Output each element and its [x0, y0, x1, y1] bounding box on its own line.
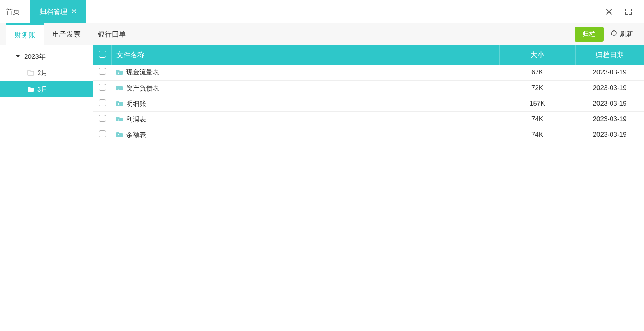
top-tab-bar: 首页 归档管理: [0, 0, 644, 23]
row-checkbox[interactable]: [99, 115, 106, 122]
top-tab-home[interactable]: 首页: [0, 0, 30, 23]
svg-rect-3: [118, 89, 119, 90]
svg-rect-0: [118, 72, 119, 73]
row-checkbox[interactable]: [99, 68, 106, 75]
sub-actions: 归档 刷新: [575, 23, 644, 45]
folder-tree: 2023年 2月3月: [0, 45, 93, 331]
main-content: 2023年 2月3月 文件名称 大小 归档日期 现金流量表67K2023-03-…: [0, 45, 644, 331]
table-row[interactable]: 明细账157K2023-03-19: [93, 96, 644, 111]
row-size: 74K: [499, 127, 575, 143]
row-size: 74K: [499, 111, 575, 127]
row-name: 余额表: [126, 130, 146, 139]
row-size: 72K: [499, 80, 575, 96]
sub-header: 财务账 电子发票 银行回单 归档 刷新: [0, 23, 644, 45]
sub-tab-bank[interactable]: 银行回单: [89, 23, 134, 45]
select-all-checkbox[interactable]: [99, 51, 106, 58]
row-name-cell: 余额表: [111, 127, 499, 143]
row-name-cell: 资产负债表: [111, 80, 499, 96]
close-icon[interactable]: [71, 8, 77, 16]
svg-rect-5: [118, 104, 119, 105]
file-table: 文件名称 大小 归档日期 现金流量表67K2023-03-19资产负债表72K2…: [93, 45, 644, 143]
table-row[interactable]: 利润表74K2023-03-19: [93, 111, 644, 127]
row-checkbox[interactable]: [99, 99, 106, 106]
top-tab-home-label: 首页: [6, 7, 20, 16]
row-name: 明细账: [126, 99, 146, 108]
top-right-controls: [601, 0, 644, 23]
row-date: 2023-03-19: [575, 80, 644, 96]
table-header-row: 文件名称 大小 归档日期: [93, 45, 644, 65]
sub-tab-finance[interactable]: 财务账: [6, 23, 44, 45]
svg-rect-7: [118, 120, 119, 121]
sub-tab-finance-label: 财务账: [14, 30, 35, 40]
svg-rect-6: [118, 119, 119, 120]
svg-rect-8: [118, 134, 119, 135]
top-tab-archive[interactable]: 归档管理: [30, 0, 86, 23]
folder-icon: [27, 86, 34, 93]
row-checkbox-cell: [93, 111, 111, 127]
folder-icon: [116, 100, 123, 107]
row-date: 2023-03-19: [575, 127, 644, 143]
top-tab-archive-label: 归档管理: [39, 7, 67, 16]
table-row[interactable]: 资产负债表72K2023-03-19: [93, 80, 644, 96]
svg-rect-9: [118, 136, 119, 136]
header-date: 归档日期: [575, 45, 644, 65]
folder-icon: [116, 85, 123, 91]
folder-icon: [116, 69, 123, 76]
row-checkbox[interactable]: [99, 130, 106, 137]
tree-month-label: 2月: [37, 69, 48, 77]
folder-icon: [116, 132, 123, 138]
row-name-cell: 明细账: [111, 96, 499, 111]
archive-button[interactable]: 归档: [575, 27, 604, 42]
row-date: 2023-03-19: [575, 65, 644, 80]
row-size: 67K: [499, 65, 575, 80]
svg-rect-1: [118, 73, 119, 74]
sub-tab-bar: 财务账 电子发票 银行回单: [0, 23, 134, 45]
header-size: 大小: [499, 45, 575, 65]
tree-year-node[interactable]: 2023年: [0, 48, 93, 65]
caret-down-icon: [16, 54, 21, 59]
row-name: 利润表: [126, 115, 146, 124]
tree-month-label: 3月: [37, 85, 48, 94]
row-checkbox-cell: [93, 96, 111, 111]
refresh-label: 刷新: [620, 30, 633, 39]
row-date: 2023-03-19: [575, 96, 644, 111]
row-name-cell: 现金流量表: [111, 65, 499, 80]
file-table-wrap: 文件名称 大小 归档日期 现金流量表67K2023-03-19资产负债表72K2…: [93, 45, 644, 331]
fullscreen-icon[interactable]: [621, 4, 636, 19]
row-checkbox-cell: [93, 65, 111, 80]
refresh-icon: [611, 30, 618, 39]
row-name-cell: 利润表: [111, 111, 499, 127]
tree-month-node[interactable]: 3月: [0, 81, 93, 97]
sub-tab-einvoice-label: 电子发票: [53, 30, 81, 39]
refresh-button[interactable]: 刷新: [611, 30, 633, 39]
tree-month-node[interactable]: 2月: [0, 65, 93, 81]
table-row[interactable]: 余额表74K2023-03-19: [93, 127, 644, 143]
row-date: 2023-03-19: [575, 111, 644, 127]
svg-rect-4: [118, 103, 119, 104]
header-name: 文件名称: [111, 45, 499, 65]
row-checkbox-cell: [93, 80, 111, 96]
row-checkbox[interactable]: [99, 84, 106, 91]
row-name: 资产负债表: [126, 84, 159, 93]
header-checkbox-cell: [93, 45, 111, 65]
row-size: 157K: [499, 96, 575, 111]
tree-year-label: 2023年: [24, 52, 46, 61]
table-row[interactable]: 现金流量表67K2023-03-19: [93, 65, 644, 80]
sub-tab-einvoice[interactable]: 电子发票: [44, 23, 89, 45]
row-checkbox-cell: [93, 127, 111, 143]
row-name: 现金流量表: [126, 68, 159, 77]
folder-icon: [27, 69, 34, 76]
svg-rect-2: [118, 88, 119, 88]
sub-tab-bank-label: 银行回单: [98, 30, 126, 39]
window-close-icon[interactable]: [601, 4, 617, 19]
folder-icon: [116, 116, 123, 122]
